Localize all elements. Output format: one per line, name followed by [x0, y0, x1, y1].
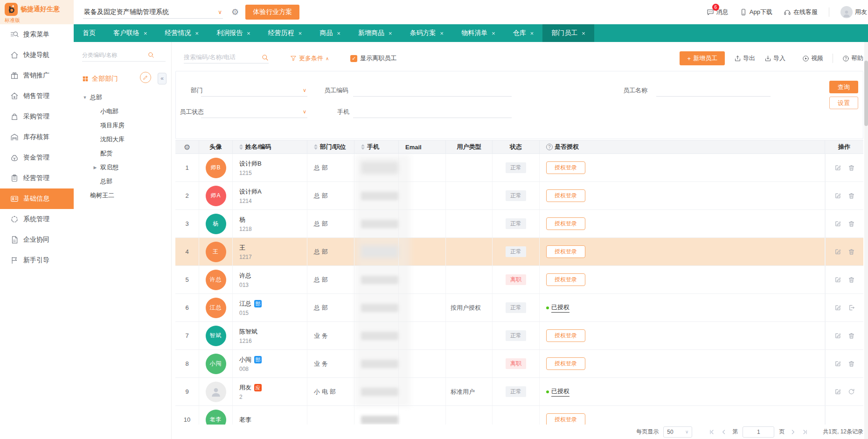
nav-tab[interactable]: 首页	[74, 24, 104, 42]
first-page-button[interactable]	[708, 428, 715, 436]
sidebar-item[interactable]: 经营管理	[0, 168, 74, 188]
sidebar-item[interactable]: 库存核算	[0, 127, 74, 147]
logout-icon[interactable]	[848, 304, 855, 311]
delete-icon[interactable]	[848, 220, 855, 227]
scrollbar-thumb[interactable]	[864, 61, 868, 126]
dept-search-input[interactable]	[82, 52, 147, 58]
import-button[interactable]: 导入	[764, 54, 785, 63]
sidebar-item[interactable]: 资金管理	[0, 147, 74, 168]
close-tab-icon[interactable]: ×	[299, 30, 302, 37]
table-row[interactable]: 6江总江总部015总部按用户授权正常已授权	[175, 294, 863, 322]
emp-status-filter-select[interactable]: ∨	[201, 106, 307, 118]
edit-icon[interactable]	[834, 388, 841, 395]
user-menu[interactable]: 用友	[840, 6, 867, 18]
authorized-status[interactable]: 已授权	[546, 303, 569, 313]
nav-tab[interactable]: 新增商品×	[349, 24, 401, 42]
online-service-button[interactable]: 在线客服	[784, 8, 818, 16]
per-page-select[interactable]: 50 ∨	[663, 426, 692, 438]
system-select[interactable]: 装备及固定资产辅助管理系统 ∨	[83, 6, 223, 19]
close-tab-icon[interactable]: ×	[337, 30, 340, 37]
close-tab-icon[interactable]: ×	[492, 30, 495, 37]
close-tab-icon[interactable]: ×	[247, 30, 250, 37]
close-tab-icon[interactable]: ×	[530, 30, 534, 37]
sidebar-item[interactable]: 新手引导	[0, 250, 74, 271]
dept-search[interactable]	[82, 51, 166, 62]
edit-icon[interactable]	[834, 304, 841, 311]
authorize-login-button[interactable]: 授权登录	[546, 357, 585, 370]
close-tab-icon[interactable]: ×	[389, 30, 392, 37]
nav-tab[interactable]: 商品×	[311, 24, 349, 42]
employee-search-input[interactable]	[184, 54, 261, 61]
all-departments-row[interactable]: 全部部门 «	[82, 73, 166, 85]
authorize-login-button[interactable]: 授权登录	[546, 329, 585, 342]
nav-tab[interactable]: 经营历程×	[259, 24, 311, 42]
close-tab-icon[interactable]: ×	[582, 30, 585, 37]
authorize-login-button[interactable]: 授权登录	[546, 217, 585, 230]
settings-button[interactable]: 设置	[829, 97, 858, 109]
edit-icon[interactable]	[834, 332, 841, 339]
close-tab-icon[interactable]: ×	[440, 30, 444, 37]
table-row[interactable]: 1师B设计师B1215总部正常授权登录	[175, 154, 863, 182]
nav-tab[interactable]: 客户联络×	[104, 24, 156, 42]
sidebar-item[interactable]: 企业协同	[0, 230, 74, 250]
search-icon[interactable]	[261, 54, 269, 61]
sort-icon[interactable]	[314, 144, 318, 150]
nav-tab[interactable]: 仓库×	[504, 24, 543, 42]
nav-tab[interactable]: 条码方案×	[401, 24, 453, 42]
scrollbar[interactable]	[864, 42, 868, 439]
table-row[interactable]: 8小闯小闯部008业务离职授权登录	[175, 350, 863, 378]
nav-tab[interactable]: 部门员工×	[542, 24, 594, 42]
table-row[interactable]: 10老李老李授权登录	[175, 406, 863, 425]
emp-name-filter-input[interactable]	[656, 84, 771, 97]
gear-icon[interactable]: ⚙	[231, 7, 239, 17]
phone-filter-input[interactable]	[353, 106, 512, 118]
delete-icon[interactable]	[848, 360, 855, 367]
edit-icon[interactable]	[834, 248, 841, 255]
nav-tab[interactable]: 利润报告×	[208, 24, 259, 42]
next-page-button[interactable]	[789, 428, 797, 436]
checkbox-checked-icon[interactable]: ✓	[350, 55, 357, 62]
dept-tree-item[interactable]: 沈阳大库	[82, 132, 166, 146]
caret-down-icon[interactable]: ▼	[82, 95, 88, 100]
table-row[interactable]: 3杨杨1218总部正常授权登录	[175, 210, 863, 238]
authorize-login-button[interactable]: 授权登录	[546, 413, 585, 425]
authorize-login-button[interactable]: 授权登录	[546, 161, 585, 174]
delete-icon[interactable]	[848, 164, 855, 171]
export-button[interactable]: 导出	[734, 54, 755, 63]
delete-icon[interactable]	[848, 276, 855, 283]
close-tab-icon[interactable]: ×	[144, 30, 147, 37]
dept-filter-select[interactable]: ∨	[201, 84, 307, 97]
dept-tree-item[interactable]: 配货	[82, 146, 166, 160]
sort-icon[interactable]	[361, 144, 365, 150]
emp-code-filter-input[interactable]	[353, 84, 512, 97]
page-number-input[interactable]	[743, 426, 774, 438]
sidebar-item[interactable]: 采购管理	[0, 106, 74, 127]
show-resigned-checkbox[interactable]: ✓ 显示离职员工	[350, 54, 396, 63]
close-tab-icon[interactable]: ×	[195, 30, 199, 37]
dept-tree-item[interactable]: ▶双启想	[82, 160, 166, 174]
authorize-login-button[interactable]: 授权登录	[546, 189, 585, 202]
sidebar-item[interactable]: 系统管理	[0, 209, 74, 230]
sidebar-item[interactable]: 快捷导航	[0, 45, 74, 65]
authorize-login-button[interactable]: 授权登录	[546, 273, 585, 286]
table-row[interactable]: 9用友应2小电部标准用户正常已授权	[175, 378, 863, 406]
sidebar-item[interactable]: 销售管理	[0, 86, 74, 106]
edit-icon[interactable]	[834, 192, 841, 199]
edit-icon[interactable]	[834, 360, 841, 367]
column-settings-icon[interactable]: ⚙	[184, 143, 190, 152]
table-row[interactable]: 7智斌陈智斌1216业务正常授权登录	[175, 322, 863, 350]
prev-page-button[interactable]	[720, 428, 728, 436]
messages-button[interactable]: 消息 6	[707, 8, 729, 16]
edit-icon[interactable]	[834, 276, 841, 283]
add-employee-button[interactable]: + 新增员工	[680, 51, 725, 65]
trial-industry-button[interactable]: 体验行业方案	[245, 5, 299, 20]
video-button[interactable]: 视频	[802, 54, 823, 63]
query-button[interactable]: 查询	[829, 81, 858, 93]
dept-tree-item[interactable]: ▼总部	[82, 91, 166, 105]
nav-tab[interactable]: 经营情况×	[156, 24, 208, 42]
dept-tree-item[interactable]: 榆树王二	[82, 188, 166, 202]
edit-departments-button[interactable]	[140, 72, 151, 83]
nav-tab[interactable]: 物料清单×	[452, 24, 504, 42]
more-filters-button[interactable]: 更多条件 ∧	[290, 54, 329, 63]
sort-icon[interactable]	[239, 144, 243, 150]
